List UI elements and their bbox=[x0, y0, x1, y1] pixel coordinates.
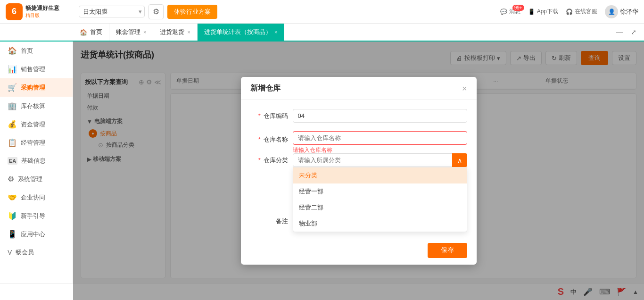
form-row-name: * 仓库名称 请输入仓库名称 bbox=[250, 131, 467, 145]
category-select-wrapper: ∧ 未分类 经营一部 经营二部 物业部 bbox=[293, 153, 467, 167]
logo-icon: 6 bbox=[6, 3, 23, 20]
content-area: 进货单统计(按商品) 🖨 按模板打印 ▾ ↗ 导出 ↻ 刷新 查询 设置 bbox=[73, 42, 644, 300]
sidebar-item-vip[interactable]: V 畅会员 bbox=[0, 243, 73, 261]
message-icon: 💬 bbox=[500, 8, 507, 15]
sidebar: 🏠 首页 📊 销售管理 🛒 采购管理 🏢 库存核算 💰 资金管理 📋 经营管理 … bbox=[0, 42, 73, 300]
tab-accounts[interactable]: 账套管理 × bbox=[109, 24, 153, 41]
avatar: 👤 bbox=[605, 5, 618, 18]
save-button[interactable]: 保存 bbox=[428, 243, 467, 258]
purchase-icon: 🛒 bbox=[8, 83, 17, 92]
settings-gear-button[interactable]: ⚙ bbox=[149, 4, 164, 19]
logo-text: 畅捷通好生意 精目版 bbox=[25, 4, 59, 19]
tab-purchase-stats-close[interactable]: × bbox=[274, 29, 277, 35]
sidebar-item-basics[interactable]: EA 基础信息 bbox=[0, 152, 73, 170]
dropdown-item-0[interactable]: 未分类 bbox=[293, 167, 467, 183]
branch-select[interactable]: 日太阳膜 bbox=[79, 6, 145, 17]
guide-icon: 🔰 bbox=[8, 211, 17, 220]
online-service-button[interactable]: 🎧 在线客服 bbox=[566, 8, 597, 16]
system-icon: ⚙ bbox=[8, 175, 14, 183]
category-input[interactable] bbox=[293, 153, 467, 167]
inventory-icon: 🏢 bbox=[8, 101, 17, 110]
form-row-category: * 仓库分类 ∧ 未分类 经营一部 经营二部 物业部 bbox=[250, 153, 467, 167]
modal-backdrop: 新增仓库 × * 仓库编码 bbox=[73, 42, 644, 300]
modal-footer: 保存 bbox=[241, 236, 477, 265]
tab-purchase-return[interactable]: 进货退货 × bbox=[153, 24, 197, 41]
header-search: 日太阳膜 ⚙ 体验行业方案 bbox=[79, 4, 500, 19]
nav-maximize-button[interactable]: ⤢ bbox=[627, 25, 640, 39]
modal-title: 新增仓库 bbox=[250, 83, 281, 93]
finance-icon: 💰 bbox=[8, 120, 17, 129]
sidebar-item-apps[interactable]: 📱 应用中心 bbox=[0, 225, 73, 243]
dropdown-item-3[interactable]: 物业部 bbox=[293, 216, 467, 232]
enterprise-icon: 🤝 bbox=[8, 193, 17, 202]
home-sidebar-icon: 🏠 bbox=[8, 46, 17, 55]
top-header: 6 畅捷通好生意 精目版 日太阳膜 ⚙ 体验行业方案 💬 消息 99+ 📱 Ap… bbox=[0, 0, 644, 24]
form-row-code: * 仓库编码 bbox=[250, 109, 467, 123]
main-layout: 🏠 首页 📊 销售管理 🛒 采购管理 🏢 库存核算 💰 资金管理 📋 经营管理 … bbox=[0, 42, 644, 300]
header-right: 💬 消息 99+ 📱 App下载 🎧 在线客服 👤 徐泽华 bbox=[500, 5, 638, 18]
home-icon: 🏠 bbox=[80, 29, 87, 36]
sales-icon: 📊 bbox=[8, 65, 17, 74]
logo-area: 6 畅捷通好生意 精目版 bbox=[6, 3, 79, 20]
name-label: * 仓库名称 bbox=[250, 133, 293, 144]
tab-home[interactable]: 🏠 首页 bbox=[73, 24, 109, 41]
nav-minimize-button[interactable]: — bbox=[613, 25, 626, 39]
sidebar-item-system[interactable]: ⚙ 系统管理 bbox=[0, 170, 73, 188]
notification-badge: 99+ bbox=[512, 5, 524, 11]
search-select-wrapper[interactable]: 日太阳膜 bbox=[79, 6, 145, 17]
modal-body: * 仓库编码 * 仓库名称 bbox=[241, 100, 477, 228]
category-dropdown-list: 未分类 经营一部 经营二部 物业部 bbox=[293, 167, 467, 232]
phone-icon: 📱 bbox=[528, 8, 535, 15]
code-input[interactable] bbox=[293, 109, 467, 123]
modal-close-button[interactable]: × bbox=[462, 84, 467, 93]
sidebar-item-finance[interactable]: 💰 资金管理 bbox=[0, 115, 73, 133]
dropdown-item-1[interactable]: 经营一部 bbox=[293, 183, 467, 200]
vip-icon: V bbox=[8, 249, 12, 256]
user-area[interactable]: 👤 徐泽华 bbox=[605, 5, 638, 18]
sidebar-item-operations[interactable]: 📋 经营管理 bbox=[0, 133, 73, 152]
notification-button[interactable]: 💬 消息 99+ bbox=[500, 8, 520, 16]
sidebar-item-sales[interactable]: 📊 销售管理 bbox=[0, 60, 73, 78]
nav-right-buttons: — ⤢ bbox=[613, 24, 644, 41]
sidebar-item-purchase[interactable]: 🛒 采购管理 bbox=[0, 78, 73, 97]
modal-add-warehouse: 新增仓库 × * 仓库编码 bbox=[241, 77, 477, 265]
sidebar-item-guide[interactable]: 🔰 新手引导 bbox=[0, 207, 73, 225]
dropdown-item-2[interactable]: 经营二部 bbox=[293, 200, 467, 216]
sidebar-item-home[interactable]: 🏠 首页 bbox=[0, 42, 73, 60]
modal-header: 新增仓库 × bbox=[241, 77, 477, 100]
tab-purchase-stats[interactable]: 进货单统计表（按商品） × bbox=[198, 24, 284, 41]
category-label: * 仓库分类 bbox=[250, 153, 293, 165]
category-dropdown-button[interactable]: ∧ bbox=[452, 153, 467, 167]
name-input[interactable] bbox=[293, 131, 467, 145]
tab-accounts-close[interactable]: × bbox=[143, 29, 146, 35]
apps-icon: 📱 bbox=[8, 230, 17, 239]
trial-button[interactable]: 体验行业方案 bbox=[167, 5, 217, 19]
notes-label: 备注 bbox=[250, 214, 293, 225]
code-label: * 仓库编码 bbox=[250, 109, 293, 120]
operations-icon: 📋 bbox=[8, 138, 17, 147]
basics-icon: EA bbox=[8, 157, 17, 165]
app-download-button[interactable]: 📱 App下载 bbox=[528, 8, 558, 16]
nav-tabs: 🏠 首页 账套管理 × 进货退货 × 进货单统计表（按商品） × — ⤢ bbox=[0, 24, 644, 42]
sidebar-item-enterprise[interactable]: 🤝 企业协同 bbox=[0, 188, 73, 207]
tab-purchase-return-close[interactable]: × bbox=[187, 29, 190, 35]
sidebar-item-inventory[interactable]: 🏢 库存核算 bbox=[0, 97, 73, 115]
headset-icon: 🎧 bbox=[566, 8, 573, 15]
